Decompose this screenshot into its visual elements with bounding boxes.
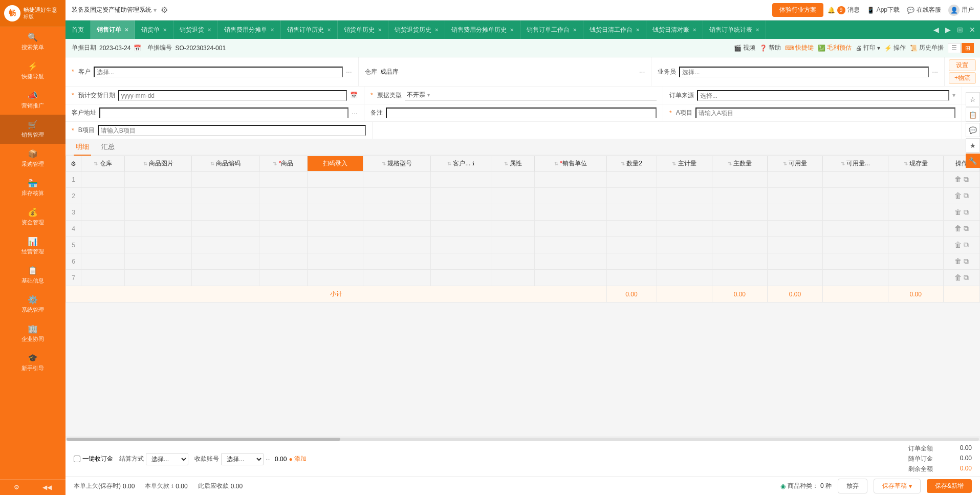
tab-close-icon[interactable]: ✕ [692, 27, 696, 33]
address-input[interactable] [99, 107, 349, 118]
tab-invoice-history[interactable]: 销货单历史 ✕ [338, 20, 388, 39]
tab-close-icon[interactable]: ✕ [434, 27, 439, 33]
warehouse-expand-icon[interactable]: ··· [639, 68, 645, 76]
tab-close-icon[interactable]: ✕ [510, 27, 514, 33]
tab-sales-order[interactable]: 销售订单 ✕ [91, 20, 135, 39]
row-delete-btn[interactable]: 🗑 [954, 241, 962, 249]
profit-action[interactable]: 💹 毛利预估 [818, 44, 852, 52]
sidebar-item-marketing[interactable]: 📣 营销推广 [0, 85, 66, 115]
online-service-group[interactable]: 💬 在线客服 [907, 6, 941, 14]
row-delete-btn[interactable]: 🗑 [954, 208, 962, 217]
tab-close-icon[interactable]: ✕ [124, 27, 128, 33]
remark-input[interactable] [386, 107, 657, 118]
sidebar-item-search[interactable]: 🔍 搜索菜单 [0, 27, 66, 56]
address-expand-icon[interactable]: ··· [352, 109, 358, 117]
tab-close-icon[interactable]: ✕ [573, 27, 577, 33]
salesperson-input[interactable] [679, 67, 929, 77]
horizontal-scrollbar[interactable] [66, 437, 980, 441]
discard-button[interactable]: 放弃 [838, 479, 867, 493]
sidebar-item-system[interactable]: ⚙️ 系统管理 [0, 290, 66, 319]
row-copy-btn[interactable]: ⧉ [964, 208, 969, 217]
tab-return-history[interactable]: 销货退货历史 ✕ [388, 20, 445, 39]
user-group[interactable]: 👤 用户 [948, 5, 974, 16]
detail-tab[interactable]: 明细 [74, 139, 91, 156]
calendar2-icon[interactable]: 📅 [350, 92, 358, 99]
tab-reconciliation[interactable]: 钱货日清对账 ✕ [646, 20, 703, 39]
tab-close-icon[interactable]: ✕ [207, 27, 211, 33]
add-logistics-btn[interactable]: +物流 [949, 72, 976, 84]
tab-close-icon[interactable]: ✕ [327, 27, 331, 33]
customer-expand-icon[interactable]: ··· [346, 68, 352, 76]
delivery-date-input[interactable] [118, 90, 347, 101]
right-icon-4[interactable]: ★ [966, 138, 980, 153]
sidebar-item-inventory[interactable]: 🏪 库存核算 [0, 173, 66, 202]
tab-workbench[interactable]: 销售订单工作台 ✕ [520, 20, 583, 39]
tab-close-all-btn[interactable]: ✕ [967, 25, 978, 35]
shortcut-action[interactable]: ⌨ 快捷键 [785, 44, 814, 52]
scrollbar-thumb[interactable] [67, 438, 340, 441]
tab-expand-btn[interactable]: ⊞ [954, 25, 966, 35]
history-action[interactable]: 📜 历史单据 [910, 44, 944, 52]
add-button[interactable]: ● 添加 [289, 455, 306, 463]
save-new-button[interactable]: 保存&新增 [927, 479, 972, 493]
grid-view-btn[interactable]: ⊞ [962, 43, 974, 53]
sidebar-item-guide[interactable]: 🎓 新手引导 [0, 348, 66, 377]
col-settings[interactable]: ⚙ [66, 156, 81, 171]
sidebar-item-sales[interactable]: 🛒 销售管理 [0, 115, 66, 144]
right-icon-2[interactable]: 📋 [966, 107, 980, 122]
tab-home[interactable]: 首页 [66, 20, 91, 39]
tab-sales-invoice[interactable]: 销货单 ✕ [135, 20, 173, 39]
sidebar-settings-btn[interactable]: ⚙ [14, 484, 19, 491]
row-copy-btn[interactable]: ⧉ [964, 241, 969, 249]
summary-tab[interactable]: 汇总 [99, 139, 117, 156]
customer-input[interactable] [94, 67, 343, 77]
b-project-input[interactable] [98, 125, 366, 136]
sidebar-item-purchase[interactable]: 📦 采购管理 [0, 144, 66, 173]
row-delete-btn[interactable]: 🗑 [954, 175, 962, 184]
row-delete-btn[interactable]: 🗑 [954, 224, 962, 233]
sidebar-item-enterprise[interactable]: 🏢 企业协同 [0, 319, 66, 348]
row-copy-btn[interactable]: ⧉ [964, 257, 969, 266]
settings-btn[interactable]: 设置 [949, 59, 976, 71]
calendar-icon[interactable]: 📅 [134, 45, 141, 52]
salesperson-expand-icon[interactable]: ··· [932, 68, 938, 76]
tab-statistics[interactable]: 销售订单统计表 ✕ [703, 20, 766, 39]
one-click-checkout-checkbox[interactable] [74, 456, 80, 462]
invoice-type-select[interactable]: 不开票 ▾ [405, 90, 657, 101]
tab-sales-history[interactable]: 销售订单历史 ✕ [281, 20, 338, 39]
sidebar-item-operations[interactable]: 📊 经营管理 [0, 231, 66, 261]
tab-close-icon[interactable]: ✕ [636, 27, 640, 33]
settings-gear-icon[interactable]: ⚙ [161, 5, 168, 15]
sidebar-item-finance[interactable]: 💰 资金管理 [0, 202, 66, 231]
row-copy-btn[interactable]: ⧉ [964, 224, 969, 233]
right-icon-5[interactable]: 🔧 [966, 154, 980, 168]
row-delete-btn[interactable]: 🗑 [954, 191, 962, 200]
settlement-method-select[interactable]: 选择... [146, 453, 188, 465]
tab-close-icon[interactable]: ✕ [163, 27, 167, 33]
row-delete-btn[interactable]: 🗑 [954, 273, 962, 282]
tab-sales-expense[interactable]: 销售费用分摊单 ✕ [218, 20, 281, 39]
right-icon-1[interactable]: ☆ [966, 92, 980, 106]
row-delete-btn[interactable]: 🗑 [954, 257, 962, 266]
tab-close-icon[interactable]: ✕ [378, 27, 382, 33]
row-copy-btn[interactable]: ⧉ [964, 175, 969, 184]
receipt-expand-icon[interactable]: ··· [266, 456, 271, 463]
notification-group[interactable]: 🔔 9 消息 [827, 6, 860, 14]
tab-expense-history[interactable]: 销售费用分摊单历史 ✕ [445, 20, 520, 39]
a-project-input[interactable] [695, 107, 955, 118]
tab-next-btn[interactable]: ▶ [943, 25, 953, 35]
list-view-btn[interactable]: ☰ [948, 43, 961, 53]
operation-action[interactable]: ⚡ 操作 [884, 44, 906, 52]
tab-sales-return[interactable]: 销货退货 ✕ [173, 20, 218, 39]
industry-solution-button[interactable]: 体验行业方案 [772, 3, 823, 17]
tab-close-icon[interactable]: ✕ [270, 27, 274, 33]
tab-prev-btn[interactable]: ◀ [931, 25, 942, 35]
sidebar-collapse-btn[interactable]: ◀◀ [42, 484, 52, 491]
right-icon-3[interactable]: 💬 [966, 123, 980, 137]
tab-daily-clear[interactable]: 钱货日清工作台 ✕ [583, 20, 646, 39]
order-source-input[interactable] [697, 90, 949, 101]
row-copy-btn[interactable]: ⧉ [964, 273, 969, 282]
view-action[interactable]: 🎬 视频 [734, 44, 755, 52]
one-click-checkout-label[interactable]: 一键收订金 [74, 455, 113, 463]
sidebar-item-quick-nav[interactable]: ⚡ 快捷导航 [0, 56, 66, 85]
